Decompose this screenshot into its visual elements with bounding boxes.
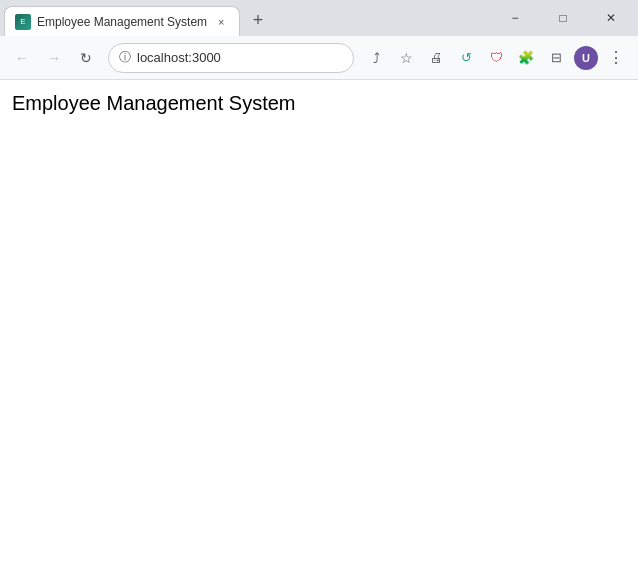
tab-favicon: E [15, 14, 31, 30]
share-button[interactable]: ⤴ [362, 44, 390, 72]
bookmark-button[interactable]: ☆ [392, 44, 420, 72]
page-content: Employee Management System [0, 80, 638, 577]
maximize-button[interactable]: □ [540, 3, 586, 33]
page-heading: Employee Management System [12, 92, 626, 115]
address-input[interactable] [137, 50, 343, 65]
print-button[interactable]: 🖨 [422, 44, 450, 72]
avatar[interactable]: U [572, 44, 600, 72]
reload-button[interactable]: ↻ [72, 44, 100, 72]
shield-extension-icon[interactable]: 🛡 [482, 44, 510, 72]
window-controls: − □ ✕ [488, 0, 638, 36]
new-tab-button[interactable]: + [244, 6, 272, 34]
active-tab[interactable]: E Employee Management System × [4, 6, 240, 36]
sidebar-extension-icon[interactable]: ⊟ [542, 44, 570, 72]
tab-close-button[interactable]: × [213, 14, 229, 30]
back-button[interactable]: ← [8, 44, 36, 72]
reload-extension-icon[interactable]: ↺ [452, 44, 480, 72]
user-avatar: U [574, 46, 598, 70]
puzzle-extension-icon[interactable]: 🧩 [512, 44, 540, 72]
nav-actions: ⤴ ☆ 🖨 ↺ 🛡 🧩 ⊟ U ⋮ [362, 44, 630, 72]
minimize-button[interactable]: − [492, 3, 538, 33]
browser-window: E Employee Management System × + − □ ✕ ←… [0, 0, 638, 577]
tab-strip: E Employee Management System × + [0, 0, 272, 36]
address-bar-container[interactable]: ⓘ [108, 43, 354, 73]
forward-button[interactable]: → [40, 44, 68, 72]
close-window-button[interactable]: ✕ [588, 3, 634, 33]
menu-button[interactable]: ⋮ [602, 44, 630, 72]
tab-title: Employee Management System [37, 15, 207, 29]
title-bar: E Employee Management System × + − □ ✕ [0, 0, 638, 36]
nav-bar: ← → ↻ ⓘ ⤴ ☆ 🖨 ↺ 🛡 🧩 ⊟ U ⋮ [0, 36, 638, 80]
lock-icon: ⓘ [119, 49, 131, 66]
